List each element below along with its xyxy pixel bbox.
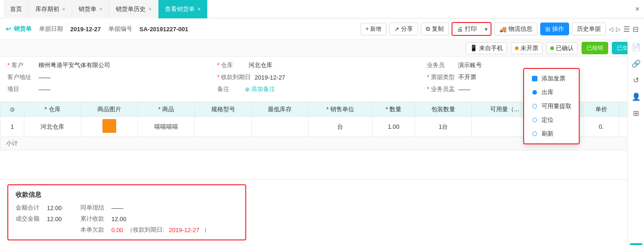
sidebar-table-icon[interactable]: ⊞ xyxy=(630,107,643,120)
operations-button[interactable]: ⊞ 操作 xyxy=(540,23,569,35)
sidebar-refresh-icon[interactable]: ↺ xyxy=(630,74,643,86)
project-label: 项目 xyxy=(7,85,35,93)
row-product-name: 嘻嘻嘻嘻 xyxy=(138,117,195,137)
same-bill-label: 同单现结 xyxy=(80,204,108,212)
logistics-icon: 🚚 xyxy=(499,26,507,33)
deal-amount-label: 成交金额 xyxy=(16,215,43,223)
sub-toolbar: 📱 来自手机 未开票 已确认 已核销 已生效 xyxy=(0,40,644,57)
current-debt-label: 本单欠款 xyxy=(80,226,108,234)
ticket-type-label: 票据类型 xyxy=(427,73,455,81)
same-bill-row: 同单现结 —— xyxy=(80,204,210,212)
spec-column-header: 规格型号 xyxy=(195,103,252,117)
print-button[interactable]: 🖨 打印 xyxy=(452,23,481,35)
outbound-circle-icon xyxy=(532,90,537,95)
project-value: —— xyxy=(35,86,54,93)
tab-view-sales[interactable]: 查看销货单 × xyxy=(158,0,208,18)
tab-sales-order[interactable]: 销货单 × xyxy=(72,0,109,18)
tab-sales-order-close[interactable]: × xyxy=(99,6,102,12)
confirmed-dot xyxy=(550,46,554,50)
layout-list-icon[interactable]: ☰ xyxy=(623,25,630,34)
tab-view-sales-close[interactable]: × xyxy=(198,6,201,12)
sales-label: 业务员盂 xyxy=(427,85,455,93)
add-invoice-item[interactable]: 添加发票 xyxy=(524,72,579,85)
tab-inventory-init-close[interactable]: × xyxy=(62,6,65,12)
cumulative-row: 累计收款 12.00 xyxy=(80,215,210,223)
tab-home[interactable]: 首页 xyxy=(4,0,29,18)
due-date-field: 收款到期日 2019-12-27 xyxy=(217,73,427,81)
salesperson-label: 业务员 xyxy=(427,61,454,69)
deal-amount-value: 12.00 xyxy=(47,216,62,222)
operations-icon: ⊞ xyxy=(545,26,550,33)
locate-item[interactable]: 定位 xyxy=(524,113,579,127)
available-circle-icon xyxy=(532,104,537,108)
row-qty: 1.00 xyxy=(372,117,415,137)
outbound-item[interactable]: 出库 xyxy=(524,85,579,99)
copy-button[interactable]: ⧉ 复制 xyxy=(421,23,449,35)
total-amount-value: 12.00 xyxy=(47,205,62,211)
tab-view-sales-label: 查看销货单 xyxy=(165,5,195,13)
history-button[interactable]: 历史单据 xyxy=(572,23,606,35)
date-value: 2019-12-27 xyxy=(70,26,101,33)
sidebar-doc-icon[interactable]: 📄 xyxy=(630,40,643,53)
tab-inventory-init[interactable]: 库存期初 × xyxy=(29,0,72,18)
confirmed-button[interactable]: 已确认 xyxy=(546,42,578,54)
add-remark-button[interactable]: ⊕ 添加备注 xyxy=(245,85,275,93)
refresh-item[interactable]: 刷新 xyxy=(524,127,579,141)
sidebar-link-icon[interactable]: 🔗 xyxy=(630,57,643,70)
project-field: 项目 —— xyxy=(7,85,217,93)
logistics-button[interactable]: 🚚 物流信息 xyxy=(494,23,537,35)
outbound-icon xyxy=(531,89,538,96)
cancelled-button[interactable]: 已核销 xyxy=(582,42,608,54)
not-opened-button[interactable]: 未开票 xyxy=(511,42,542,54)
unit-price-column-header: 单价 xyxy=(583,103,619,117)
add-invoice-icon xyxy=(531,75,538,82)
qty-column-header: * 数量 xyxy=(372,103,415,117)
history-label: 历史单据 xyxy=(577,25,601,33)
doc-meta: 单据日期 2019-12-27 单据编号 SA-20191227-001 xyxy=(39,25,188,33)
doc-title: ↩ 销货单 xyxy=(6,25,32,33)
remark-field: 备注 ⊕ 添加备注 xyxy=(217,85,427,93)
locate-icon xyxy=(531,117,538,123)
right-sidebar: 📄 🔗 ↺ 👤 ⊞ ⤢ xyxy=(627,37,644,245)
debt-due-date: 2019-12-27 xyxy=(169,227,199,234)
operations-dropdown: 添加发票 出库 可用量提取 定位 刷新 xyxy=(523,68,580,144)
print-icon: 🖨 xyxy=(457,26,463,33)
product-column-header: * 商品 xyxy=(138,103,195,117)
copy-label: 复制 xyxy=(432,25,444,33)
min-stock-column-header: 最低库存 xyxy=(251,103,308,117)
customer-value: 柳州粤港平安气体有限公司 xyxy=(35,61,114,69)
print-dropdown-arrow[interactable]: ▾ xyxy=(481,26,491,33)
available-qty-item[interactable]: 可用量提取 xyxy=(524,99,579,113)
operations-label: 操作 xyxy=(552,25,564,33)
due-date-value: 2019-12-27 xyxy=(251,74,289,81)
sidebar-expand-icon[interactable]: ⤢ xyxy=(630,243,643,245)
print-label: 打印 xyxy=(465,25,477,33)
due-date-info: （收款到期日: xyxy=(127,226,164,234)
new-button[interactable]: + 新增 xyxy=(361,23,386,35)
unit-column-header: * 销售单位 xyxy=(308,103,372,117)
outbound-label: 出库 xyxy=(542,88,554,97)
share-icon: ↗ xyxy=(394,26,399,33)
tab-sales-history[interactable]: 销货单历史 × xyxy=(109,0,158,18)
row-index: 1 xyxy=(0,117,24,137)
doc-type-icon: ↩ xyxy=(6,25,11,33)
layout-grid-icon[interactable]: ⊟ xyxy=(633,25,638,34)
from-phone-button[interactable]: 📱 来自手机 xyxy=(466,42,507,54)
due-date-close-paren: ） xyxy=(204,226,210,234)
nav-next-icon[interactable]: ▷ xyxy=(616,26,621,33)
from-phone-label: 来自手机 xyxy=(479,44,503,52)
print-btn-wrap: 🖨 打印 ▾ xyxy=(452,22,491,36)
settings-column-header[interactable]: ⚙ xyxy=(0,103,24,117)
receipt-col-1: 金额合计 12.00 成交金额 12.00 xyxy=(16,204,62,234)
share-button[interactable]: ↗ 分享 xyxy=(389,23,418,35)
tab-sales-history-close[interactable]: × xyxy=(148,6,152,12)
pack-qty-column-header: 包装数量 xyxy=(415,103,472,117)
bottom-panel: 收款信息 金额合计 12.00 成交金额 12.00 同单现结 —— xyxy=(0,179,644,245)
doc-header: ↩ 销货单 单据日期 2019-12-27 单据编号 SA-20191227-0… xyxy=(0,18,644,40)
nav-prev-icon[interactable]: ◁ xyxy=(609,26,613,33)
cumulative-label: 累计收款 xyxy=(80,215,108,223)
available-qty-label: 可用量提取 xyxy=(542,102,571,110)
window-close-button[interactable]: × xyxy=(635,5,639,13)
warehouse-value: 河北仓库 xyxy=(245,61,276,69)
sidebar-user-icon[interactable]: 👤 xyxy=(630,90,643,103)
